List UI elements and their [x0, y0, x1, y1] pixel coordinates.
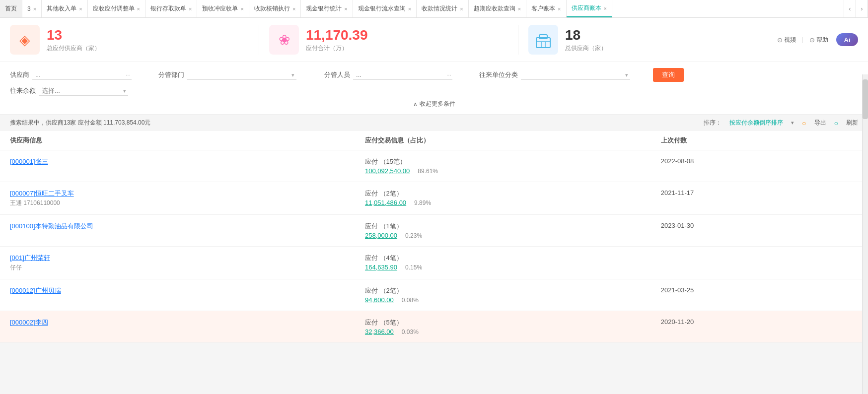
sort-chevron-down-icon[interactable]: ▾: [791, 120, 794, 126]
supplier-link-000007[interactable]: [000007]恒旺二手叉车: [10, 190, 74, 197]
supplier-link-000012[interactable]: [000012]广州贝瑞: [10, 287, 61, 294]
payable-amount-000100[interactable]: 258,000.00: [365, 232, 397, 239]
nav-tab-recv-verify-close[interactable]: ×: [292, 6, 295, 12]
supplier-label: 供应商: [10, 70, 29, 79]
result-actions: 排序： 按应付余额倒序排序 ▾ ○ 导出 ○ 刷新: [704, 119, 858, 127]
payable-cell: 应付 （4笔） 164,635.90 0.15%: [365, 254, 661, 272]
sort-label: 排序：: [704, 119, 722, 127]
summary-card-3: 18 总供应商（家）: [518, 25, 777, 55]
dept-input[interactable]: [187, 70, 296, 80]
payable-amount-000001[interactable]: 100,092,540.00: [365, 167, 410, 175]
nav-arrow-left[interactable]: ‹: [844, 0, 856, 18]
payable-label: 应付 （2笔）: [365, 189, 403, 198]
payable-percent-000002: 0.03%: [402, 328, 419, 335]
supplier-link-000100[interactable]: [000100]本特勤油品有限公司: [10, 222, 93, 230]
payable-amount-000002[interactable]: 32,366.00: [365, 328, 394, 335]
scrollbar[interactable]: [862, 74, 868, 394]
summary-icon-2: ❀: [269, 25, 299, 55]
nav-tab-prepay-recv-close[interactable]: ×: [240, 6, 243, 12]
payable-amount-000007[interactable]: 11,051,486.00: [365, 199, 406, 206]
supplier-cell: [000002]李四: [10, 318, 365, 335]
filter-category: 往来单位分类 ▾: [479, 70, 630, 80]
filter-section: 供应商 ··· 分管部门 ▾ 分管人员 ··· 往来单位分类: [0, 62, 868, 115]
last-payment-cell: 2020-11-20: [661, 318, 858, 335]
nav-tab-supplier-ledger[interactable]: 供应商账本 ×: [567, 0, 612, 17]
nav-tab-other-income[interactable]: 其他收入单 ×: [42, 0, 87, 17]
nav-tab-cash-bank-stat-close[interactable]: ×: [344, 6, 347, 12]
refresh-label[interactable]: 刷新: [846, 119, 858, 127]
nav-tab-home[interactable]: 首页: [0, 0, 22, 17]
summary-card-2-text: 11,170.39 应付合计（万）: [306, 27, 368, 53]
svg-text:◈: ◈: [19, 32, 30, 48]
video-link[interactable]: ⊙ 视频: [777, 36, 796, 44]
sort-value[interactable]: 按应付余额倒序排序: [729, 119, 783, 127]
last-payment-cell: 2021-03-25: [661, 286, 858, 304]
nav-tab-overdue-recv-label: 超期应收款查询: [474, 4, 515, 13]
summary-card-1-text: 13 总应付供应商（家）: [47, 27, 100, 53]
nav-tab-overdue-recv-close[interactable]: ×: [518, 6, 521, 12]
nav-tab-cash-bank-stat[interactable]: 现金银行统计 ×: [301, 0, 353, 17]
summary-card-2-label: 应付合计（万）: [306, 44, 368, 53]
nav-tab-overdue-recv[interactable]: 超期应收款查询 ×: [469, 0, 526, 17]
payable-amount-001[interactable]: 164,635.90: [365, 263, 397, 271]
export-label[interactable]: 导出: [814, 119, 826, 127]
person-input-icon[interactable]: ···: [446, 71, 451, 78]
supplier-link-001[interactable]: [001]广州荣轩: [10, 254, 50, 262]
person-label: 分管人员: [324, 70, 350, 79]
nav-tab-customer-ledger-close[interactable]: ×: [558, 6, 561, 12]
table-row: [000007]恒旺二手叉车 王通 17106110000 应付 （2笔） 11…: [0, 182, 868, 215]
nav-tab-3-close[interactable]: ×: [33, 6, 36, 12]
video-label: 视频: [784, 36, 796, 44]
nav-arrow-right[interactable]: ›: [856, 0, 868, 18]
table-row: [000100]本特勤油品有限公司 应付 （1笔） 258,000.00 0.2…: [0, 215, 868, 247]
collapse-button[interactable]: ∧ 收起更多条件: [413, 100, 455, 108]
nav-tab-prepay-recv[interactable]: 预收冲应收单 ×: [197, 0, 249, 17]
nav-tab-supplier-ledger-close[interactable]: ×: [604, 5, 607, 11]
supplier-link-000001[interactable]: [000001]张三: [10, 158, 48, 165]
supplier-sub-001: 仔仔: [10, 263, 365, 272]
nav-tab-recv-verify-label: 收款核销执行: [254, 4, 290, 13]
data-table: 供应商信息 应付交易信息（占比） 上次付数 [000001]张三 应付 （15笔…: [0, 131, 868, 343]
last-payment-000100: 2023-01-30: [661, 222, 694, 229]
category-input[interactable]: [521, 70, 630, 80]
nav-tab-bank-deposit-close[interactable]: ×: [189, 6, 192, 12]
nav-tab-cash-bank-flow[interactable]: 现金银行流水查询 ×: [353, 0, 417, 17]
col-header-supplier: 供应商信息: [10, 136, 365, 145]
nav-tab-customer-ledger[interactable]: 客户账本 ×: [526, 0, 566, 17]
filter-dept: 分管部门 ▾: [158, 70, 296, 80]
summary-card-1: ◈ 13 总应付供应商（家）: [10, 25, 259, 55]
query-button[interactable]: 查询: [653, 68, 684, 82]
nav-tab-ar-ap-adjust-label: 应收应付调整单: [93, 4, 135, 13]
result-info-text: 搜索结果中，供应商13家 应付金额 111,703,854.00元: [10, 119, 150, 127]
supplier-link-000002[interactable]: [000002]李四: [10, 319, 48, 326]
balance-input[interactable]: [39, 86, 128, 96]
payable-amount-000012[interactable]: 94,600.00: [365, 296, 394, 304]
person-input[interactable]: [353, 70, 452, 80]
supplier-input-icon[interactable]: ···: [126, 71, 131, 78]
summary-icon-1: ◈: [10, 25, 40, 55]
scrollbar-thumb[interactable]: [863, 79, 868, 119]
video-circle-icon: ⊙: [777, 36, 783, 44]
nav-tab-ar-ap-adjust-close[interactable]: ×: [137, 6, 140, 12]
nav-tab-3[interactable]: 3 ×: [22, 0, 42, 17]
nav-tab-recv-stat[interactable]: 收款情况统计 ×: [417, 0, 468, 17]
nav-tab-ar-ap-adjust[interactable]: 应收应付调整单 ×: [88, 0, 145, 17]
supplier-sub-000007: 王通 17106110000: [10, 199, 365, 207]
top-navigation: 首页 3 × 其他收入单 × 应收应付调整单 × 银行存取款单 × 预收冲应收单…: [0, 0, 868, 18]
filter-balance: 往来余额 ▾: [10, 86, 128, 96]
supplier-input[interactable]: [32, 70, 132, 80]
nav-tab-recv-verify[interactable]: 收款核销执行 ×: [249, 0, 301, 17]
refresh-icon: ○: [834, 119, 838, 127]
filter-row-1: 供应商 ··· 分管部门 ▾ 分管人员 ··· 往来单位分类: [10, 68, 858, 82]
dept-label: 分管部门: [158, 70, 184, 79]
summary-icon-3: [528, 25, 558, 55]
nav-tab-other-income-close[interactable]: ×: [79, 6, 82, 12]
table-row: [001]广州荣轩 仔仔 应付 （4笔） 164,635.90 0.15%: [0, 247, 868, 279]
filter-row-2: 往来余额 ▾: [10, 86, 858, 96]
nav-tab-cash-bank-flow-close[interactable]: ×: [408, 6, 411, 12]
ai-badge[interactable]: Ai: [836, 33, 858, 46]
help-link[interactable]: ⊙ 帮助: [809, 36, 828, 44]
category-label: 往来单位分类: [479, 70, 518, 79]
nav-tab-bank-deposit[interactable]: 银行存取款单 ×: [145, 0, 197, 17]
nav-tab-recv-stat-close[interactable]: ×: [460, 6, 463, 12]
